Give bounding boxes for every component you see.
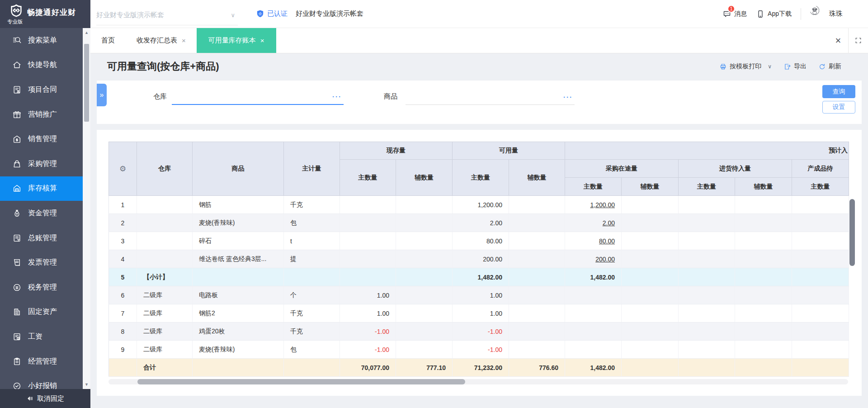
cell-avail_main: -1.00	[453, 341, 509, 359]
subtotal-row[interactable]: 5【小计】1,482.001,482.00	[109, 268, 849, 286]
sidebar-item-money[interactable]: 资金管理	[0, 201, 83, 226]
cell-cur_main: 70,077.00	[340, 359, 396, 377]
app-name: 畅捷通好业财	[27, 7, 76, 18]
scrollbar-thumb[interactable]	[84, 44, 89, 122]
query-button[interactable]: 查询	[822, 85, 855, 98]
sidebar-item-contract[interactable]: 项目合同	[0, 77, 83, 102]
cell-po_main[interactable]: 200.00	[565, 250, 622, 268]
total-row[interactable]: 合计70,077.00777.1071,232.00776.601,482.00	[109, 359, 849, 377]
warehouse-lookup-icon[interactable]: ···	[332, 93, 342, 100]
cell-cur_main	[340, 250, 396, 268]
fullscreen-icon[interactable]	[848, 28, 868, 53]
cell-goods: 鸡蛋20枚	[193, 323, 284, 341]
horizontal-scrollbar[interactable]	[108, 379, 848, 384]
ledger-icon	[12, 233, 22, 243]
cell-po_main	[565, 323, 622, 341]
gift-icon	[12, 110, 22, 119]
table-row[interactable]: 1钢筋千克1,200.001,200.00	[109, 196, 849, 214]
cell-po_main	[565, 341, 622, 359]
cell-unit: 千克	[284, 196, 340, 214]
cell-warehouse	[137, 196, 193, 214]
verified-badge[interactable]: 企 已认证	[256, 9, 288, 18]
header-main-qty: 主数量	[792, 178, 849, 196]
cell-po_main[interactable]: 80.00	[565, 232, 622, 250]
sidebar-item-invoice[interactable]: 发票管理	[0, 250, 83, 275]
print-by-template-button[interactable]: 按模板打印 ∨	[719, 62, 772, 71]
account-selector[interactable]: 好业财专业版演示帐套 ∨	[96, 5, 238, 25]
scroll-up-icon[interactable]: ▲	[83, 29, 90, 36]
page-toolbar: 按模板打印 ∨ 导出 刷新	[719, 62, 841, 71]
goods-input[interactable]: ···	[406, 87, 575, 105]
sidebar-item-ledger[interactable]: 总账管理	[0, 226, 83, 251]
cell-goods: 钢筋	[193, 196, 284, 214]
cell-warehouse: 二级库	[137, 286, 193, 304]
cell-po_main[interactable]: 2.00	[565, 214, 622, 232]
sidebar-item-search[interactable]: 搜索菜单	[0, 28, 83, 53]
filter-panel: » 仓库 ··· 商品 ··· 查询 设置	[97, 81, 862, 124]
cell-cur_main	[340, 196, 396, 214]
cell-po_aux	[622, 323, 679, 341]
export-button[interactable]: 导出	[783, 62, 807, 71]
close-tab-icon[interactable]: ×	[828, 28, 848, 53]
export-icon	[783, 63, 791, 71]
sidebar-item-warehouse[interactable]: 库存核算	[0, 176, 83, 201]
unpin-sidebar-button[interactable]: 取消固定	[0, 389, 90, 408]
goods-lookup-icon[interactable]: ···	[563, 93, 573, 101]
collapse-left-icon	[26, 395, 33, 402]
chevron-down-icon[interactable]: ∨	[768, 63, 772, 70]
user-menu[interactable]: 珠珠	[810, 6, 843, 22]
table-row[interactable]: 7二级库钢筋2千克1.001.00	[109, 304, 849, 323]
table-row[interactable]: 4维达卷纸 蓝色经典3层...提200.00200.00	[109, 250, 849, 268]
cell-po_aux	[622, 359, 679, 377]
expand-filters-button[interactable]: »	[97, 84, 107, 106]
table-row[interactable]: 8二级库鸡蛋20枚千克-1.00-1.00	[109, 323, 849, 341]
table-row[interactable]: 6二级库电路板个1.001.00	[109, 286, 849, 304]
sidebar-scrollbar[interactable]: ▲ ▼	[83, 28, 90, 389]
cell-cur_aux	[396, 304, 453, 323]
cell-fin_main	[792, 341, 849, 359]
money-icon	[12, 209, 22, 218]
cell-avail_main: 1,482.00	[453, 268, 509, 286]
table-row[interactable]: 9二级库麦烧(香辣味)包-1.00-1.00	[109, 341, 849, 359]
cell-in_main	[679, 341, 735, 359]
sidebar-item-tax[interactable]: 税务管理	[0, 275, 83, 300]
cell-po_main[interactable]: 1,200.00	[565, 196, 622, 214]
cell-avail_main: 71,232.00	[453, 359, 509, 377]
sidebar-item-asset[interactable]: 固定资产	[0, 300, 83, 325]
cell-fin_main	[792, 214, 849, 232]
page-title: 可用量查询(按仓库+商品)	[107, 60, 219, 73]
header-aux-qty: 辅数量	[396, 160, 453, 196]
app-download-button[interactable]: App下载	[756, 9, 792, 19]
header-aux-qty: 辅数量	[509, 160, 565, 196]
settings-button[interactable]: 设置	[822, 101, 855, 114]
cell-cur_main	[340, 232, 396, 250]
tab-inout-summary[interactable]: 收发存汇总表×	[126, 28, 197, 53]
messages-count-badge: 1	[727, 5, 735, 13]
sidebar-item-salary[interactable]: 工资	[0, 324, 83, 349]
tab-home[interactable]: 首页	[90, 28, 126, 53]
refresh-button[interactable]: 刷新	[818, 62, 841, 71]
tab-close-icon[interactable]: ×	[260, 37, 264, 44]
table-row[interactable]: 2麦烧(香辣味)包2.002.00	[109, 214, 849, 232]
header-main-qty: 主数量	[565, 178, 622, 196]
sidebar-item-bag[interactable]: 采购管理	[0, 152, 83, 176]
table-row[interactable]: 3碎石t80.0080.00	[109, 232, 849, 250]
sidebar-item-clipboard[interactable]: 经营管理	[0, 349, 83, 374]
tab-close-icon[interactable]: ×	[182, 37, 186, 44]
tab-available-stock[interactable]: 可用量库存账本×	[197, 28, 276, 53]
warehouse-input[interactable]: ···	[172, 87, 344, 105]
scroll-down-icon[interactable]: ▼	[83, 381, 90, 388]
messages-button[interactable]: 1 消息	[722, 9, 747, 19]
cell-avail_aux	[509, 214, 565, 232]
cell-unit: 千克	[284, 304, 340, 323]
v-scrollbar-thumb[interactable]	[849, 199, 855, 266]
h-scrollbar-thumb[interactable]	[137, 379, 465, 384]
sidebar-item-gift[interactable]: 营销推广	[0, 102, 83, 127]
sidebar-item-sale[interactable]: 销售管理	[0, 127, 83, 152]
sidebar-item-home[interactable]: 快捷导航	[0, 53, 83, 78]
column-settings-gear-icon[interactable]: ⚙	[109, 142, 137, 196]
salary-icon	[12, 332, 22, 342]
subgroup-incoming: 进货待入量	[679, 160, 792, 178]
warehouse-label: 仓库	[153, 92, 167, 101]
account-title: 好业财专业版演示帐套	[296, 9, 363, 18]
